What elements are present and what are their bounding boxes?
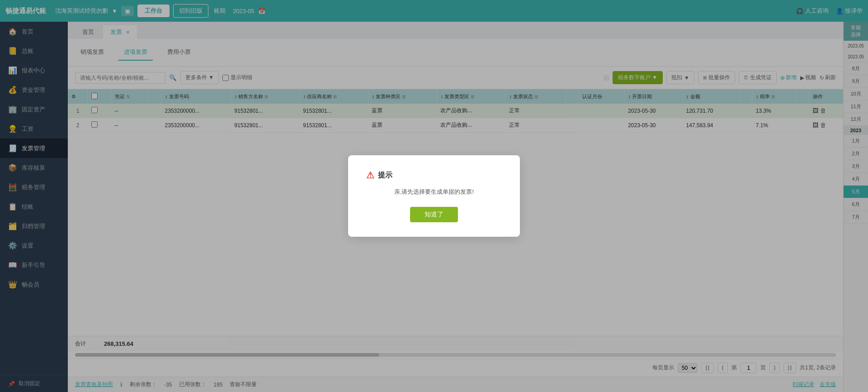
modal-overlay: ⚠ 提示 亲,请先选择要生成单据的发票! 知道了	[0, 0, 868, 392]
modal-ok-button[interactable]: 知道了	[410, 207, 458, 222]
modal-title: ⚠ 提示	[366, 170, 502, 181]
modal-warning-icon: ⚠	[366, 170, 374, 181]
modal-message: 亲,请先选择要生成单据的发票!	[366, 188, 502, 196]
modal-dialog: ⚠ 提示 亲,请先选择要生成单据的发票! 知道了	[348, 155, 520, 237]
